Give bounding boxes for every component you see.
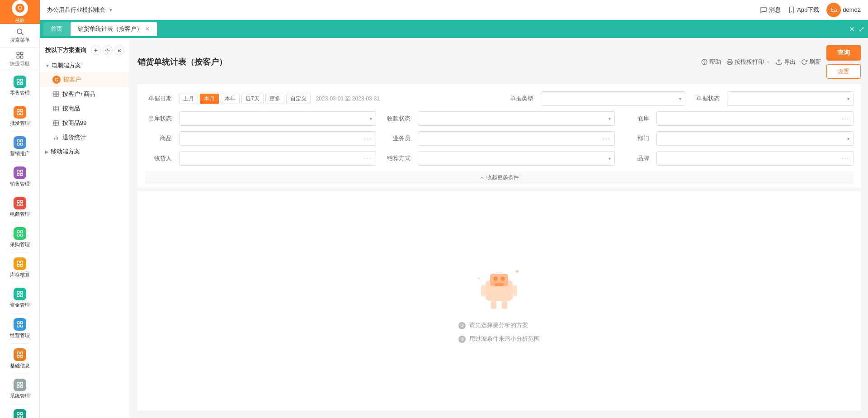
sidebar-item-operation[interactable]: 经营管理 bbox=[10, 314, 30, 344]
sidebar-search-nav[interactable]: 搜索菜单 bbox=[0, 24, 39, 48]
date-last-7days[interactable]: 近7天 bbox=[241, 94, 264, 104]
left-panel: 按以下方案查询 + « ▼ 电脑端方案 C bbox=[40, 38, 130, 418]
settings-button[interactable]: 设置 bbox=[826, 64, 861, 79]
sidebar-icon-enterprise bbox=[14, 409, 26, 418]
topbar: 办公用品行业模拟账套 ▾ 消息 App下载 Ea demo2 bbox=[40, 0, 868, 20]
svg-rect-102 bbox=[502, 301, 507, 309]
out-status-arrow-icon: ▾ bbox=[370, 116, 372, 121]
out-status-select[interactable]: ▾ bbox=[179, 111, 376, 126]
quick-nav-label: 快捷导航 bbox=[10, 60, 30, 67]
tab-maximize-area: ✕ ⤢ bbox=[849, 25, 864, 33]
svg-rect-27 bbox=[20, 204, 23, 206]
action-row: 查询 设置 bbox=[826, 45, 861, 79]
scheme-item-refund-stat[interactable]: 退货统计 bbox=[40, 130, 130, 145]
scheme-item-customer-product[interactable]: 按客户+商品 bbox=[40, 87, 130, 101]
add-scheme-btn[interactable]: + bbox=[91, 45, 101, 55]
message-btn[interactable]: 消息 bbox=[760, 6, 781, 14]
sidebar-item-basic-info[interactable]: 基础信息 bbox=[10, 344, 30, 374]
date-last-month[interactable]: 上月 bbox=[179, 94, 198, 104]
scheme-icon-table2 bbox=[52, 119, 60, 127]
sidebar-item-enterprise[interactable]: 企业协同 bbox=[10, 404, 30, 418]
svg-rect-13 bbox=[20, 109, 23, 112]
sidebar-item-purchase[interactable]: 采购管理 bbox=[10, 223, 30, 253]
svg-rect-17 bbox=[20, 140, 23, 142]
sidebar-item-system[interactable]: 系统管理 bbox=[10, 374, 30, 404]
product-dots-icon[interactable]: ··· bbox=[364, 135, 372, 142]
hint-text-2: 用过滤条件来缩小分析范围 bbox=[469, 335, 540, 342]
order-type-select[interactable]: ▾ bbox=[541, 91, 685, 106]
sidebar-item-batch-manage[interactable]: 批发管理 bbox=[10, 101, 30, 132]
date-more[interactable]: 更多 bbox=[265, 94, 284, 104]
sidebar-item-zero-retail[interactable]: 零售管理 bbox=[10, 71, 30, 101]
order-type-arrow-icon: ▾ bbox=[679, 96, 681, 101]
svg-rect-79 bbox=[54, 106, 59, 111]
sidebar-icon-inventory bbox=[14, 257, 26, 270]
svg-rect-37 bbox=[20, 291, 23, 294]
receiver-select[interactable]: ··· bbox=[179, 151, 376, 166]
scheme-group-mobile-header[interactable]: ▶ 移动端方案 bbox=[40, 145, 130, 158]
help-label: 帮助 bbox=[709, 58, 721, 66]
search-menu-label: 搜索菜单 bbox=[10, 37, 30, 43]
svg-rect-99 bbox=[481, 285, 486, 296]
industry-dropdown-icon[interactable]: ▾ bbox=[109, 7, 112, 13]
tab-close-btn[interactable]: ✕ bbox=[145, 26, 150, 32]
payment-select[interactable]: ▾ bbox=[418, 151, 615, 166]
collapse-filter-btn[interactable]: 收起更多条件 bbox=[145, 171, 854, 184]
warehouse-select[interactable]: ··· bbox=[656, 111, 854, 126]
query-button[interactable]: 查询 bbox=[826, 45, 861, 61]
scheme-icon-grid bbox=[52, 90, 60, 98]
user-menu[interactable]: Ea demo2 bbox=[826, 3, 861, 17]
svg-rect-5 bbox=[20, 52, 23, 54]
scheme-item-by-customer[interactable]: C 按客户 bbox=[40, 72, 130, 87]
export-btn[interactable]: 导出 bbox=[776, 58, 796, 66]
date-this-month[interactable]: 本月 bbox=[200, 94, 219, 104]
svg-rect-33 bbox=[20, 261, 23, 263]
brand-dots-icon[interactable]: ··· bbox=[841, 155, 849, 162]
warehouse-dots-icon[interactable]: ··· bbox=[841, 115, 849, 122]
dept-select[interactable]: ▾ bbox=[656, 131, 854, 146]
collapse-panel-btn[interactable]: « bbox=[114, 45, 124, 55]
left-panel-header: 按以下方案查询 + « bbox=[40, 42, 130, 59]
scheme-group-desktop-header[interactable]: ▼ 电脑端方案 bbox=[40, 59, 130, 72]
svg-rect-45 bbox=[20, 352, 23, 354]
scheme-item-by-product[interactable]: 按商品 bbox=[40, 101, 130, 116]
svg-rect-18 bbox=[17, 143, 19, 145]
svg-rect-77 bbox=[54, 95, 56, 97]
tab-close-window-btn[interactable]: ✕ bbox=[849, 25, 855, 33]
svg-rect-26 bbox=[17, 204, 19, 206]
scheme-item-product99-label: 按商品99 bbox=[62, 119, 86, 127]
date-this-year[interactable]: 本年 bbox=[221, 94, 240, 104]
sidebar-item-marketing[interactable]: 营销推广 bbox=[10, 132, 30, 162]
svg-line-3 bbox=[21, 33, 23, 35]
svg-rect-22 bbox=[17, 173, 19, 176]
staff-select[interactable]: ··· bbox=[418, 131, 615, 146]
scheme-item-by-product99[interactable]: 按商品99 bbox=[40, 116, 130, 130]
receiver-dots-icon[interactable]: ··· bbox=[364, 155, 372, 162]
svg-rect-23 bbox=[20, 173, 23, 176]
tab-home[interactable]: 首页 bbox=[43, 22, 70, 36]
staff-dots-icon[interactable]: ··· bbox=[603, 135, 611, 142]
sidebar-quick-nav[interactable]: 快捷导航 bbox=[0, 48, 39, 71]
print-label: 按模板打印 bbox=[735, 58, 764, 66]
product-select[interactable]: ··· bbox=[179, 131, 376, 146]
receiver-label: 收货人 bbox=[145, 154, 172, 162]
sidebar-logo[interactable]: 标账 bbox=[0, 0, 40, 24]
app-download-btn[interactable]: App下载 bbox=[788, 6, 819, 14]
pay-status-select[interactable]: ▾ bbox=[418, 111, 615, 126]
sidebar-item-ecommerce[interactable]: 电商管理 bbox=[10, 192, 30, 223]
svg-rect-20 bbox=[17, 170, 19, 172]
sidebar-item-inventory[interactable]: 库存核算 bbox=[10, 253, 30, 283]
order-status-select[interactable]: ▾ bbox=[727, 91, 854, 106]
collapse-icon bbox=[479, 175, 485, 180]
tab-sales-stat[interactable]: 销货单统计表（按客户） ✕ bbox=[71, 22, 157, 36]
help-btn[interactable]: 帮助 bbox=[701, 58, 721, 66]
settings-scheme-btn[interactable] bbox=[103, 45, 113, 55]
brand-select[interactable]: ··· bbox=[656, 151, 854, 166]
refresh-btn[interactable]: 刷新 bbox=[801, 58, 821, 66]
date-custom[interactable]: 自定义 bbox=[286, 94, 311, 104]
tab-maximize-btn[interactable]: ⤢ bbox=[859, 25, 864, 33]
sidebar-item-sales-manage[interactable]: 销售管理 bbox=[10, 162, 30, 192]
sidebar-item-finance[interactable]: 资金管理 bbox=[10, 283, 30, 314]
scheme-icon-customer: C bbox=[52, 76, 61, 84]
print-btn[interactable]: 按模板打印 bbox=[726, 58, 770, 66]
